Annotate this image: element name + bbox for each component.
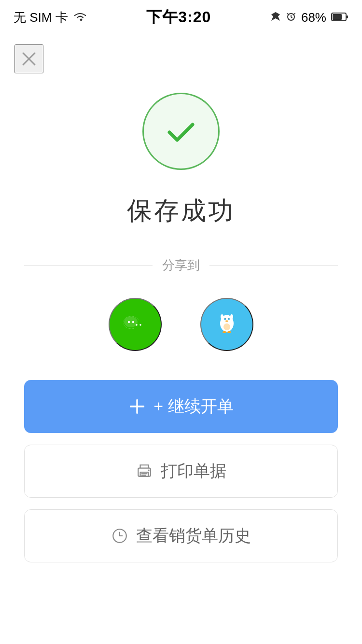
- svg-point-27: [230, 314, 233, 319]
- svg-rect-3: [347, 15, 348, 18]
- share-section: 分享到: [24, 257, 338, 351]
- svg-rect-2: [333, 14, 342, 20]
- no-sim-label: 无 SIM 卡: [14, 9, 68, 26]
- battery-label: 68%: [301, 10, 326, 25]
- continue-label: + 继续开单: [153, 395, 233, 418]
- svg-point-23: [223, 323, 230, 330]
- wechat-share-button[interactable]: [109, 298, 162, 351]
- print-label: 打印单据: [161, 460, 226, 482]
- close-button[interactable]: [14, 44, 43, 73]
- status-time: 下午3:20: [146, 7, 211, 28]
- svg-point-26: [221, 314, 223, 319]
- status-bar: 无 SIM 卡 下午3:20 68%: [0, 0, 362, 35]
- main-content: 保存成功 分享到: [0, 73, 362, 644]
- svg-point-25: [227, 331, 231, 333]
- success-title: 保存成功: [127, 194, 235, 228]
- svg-point-20: [225, 319, 226, 320]
- svg-point-24: [223, 331, 226, 333]
- battery-icon: [331, 10, 348, 25]
- qq-share-button[interactable]: [200, 298, 253, 351]
- svg-point-21: [229, 319, 230, 320]
- svg-point-9: [124, 317, 138, 327]
- svg-point-11: [132, 321, 134, 323]
- svg-point-13: [139, 324, 141, 326]
- svg-point-12: [136, 324, 138, 326]
- status-right: 68%: [270, 10, 348, 25]
- svg-point-22: [225, 321, 228, 322]
- status-left: 无 SIM 卡: [14, 9, 87, 26]
- history-label: 查看销货单历史: [136, 525, 251, 547]
- history-button[interactable]: 查看销货单历史: [24, 509, 338, 562]
- action-buttons: + 继续开单 打印单据 查看销货单历史: [24, 380, 338, 562]
- success-icon-circle: [142, 93, 220, 170]
- location-icon: [270, 10, 281, 25]
- share-divider: 分享到: [24, 257, 338, 274]
- share-label: 分享到: [162, 257, 200, 274]
- share-icons: [24, 298, 338, 351]
- continue-button[interactable]: + 继续开单: [24, 380, 338, 433]
- svg-point-10: [128, 321, 130, 323]
- alarm-icon: [286, 10, 296, 25]
- wifi-icon: [73, 10, 87, 25]
- svg-rect-34: [148, 470, 149, 471]
- print-button[interactable]: 打印单据: [24, 445, 338, 498]
